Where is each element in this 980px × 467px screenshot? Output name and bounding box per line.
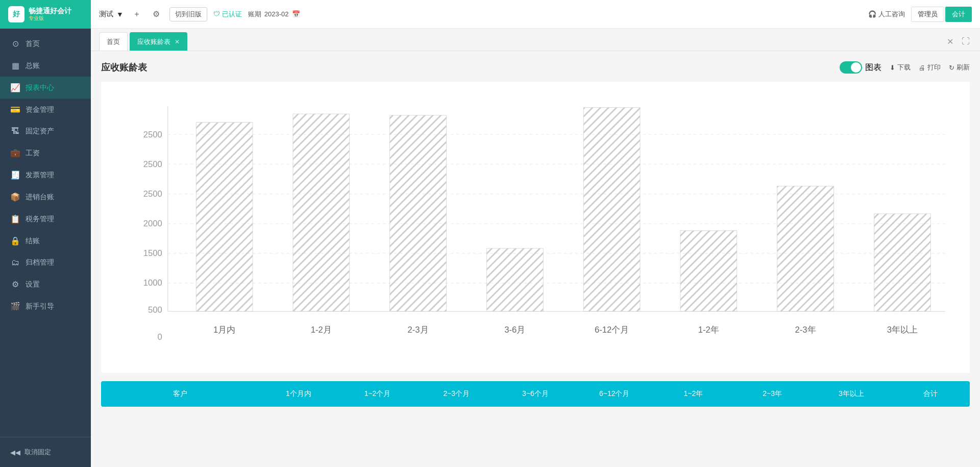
sidebar-item-settings[interactable]: ⚙ 设置 <box>0 273 91 295</box>
old-version-label: 切到旧版 <box>175 10 202 18</box>
page-body: 应收账龄表 图表 ⬇ 下载 🖨 打印 ↻ 刷新 <box>91 51 980 467</box>
table-header-7: 2~3年 <box>733 381 812 407</box>
sidebar-pin-button[interactable]: ◀◀ 取消固定 <box>0 442 91 462</box>
svg-text:2500: 2500 <box>143 159 162 169</box>
tabbar-right: ✕ ⛶ <box>945 32 972 51</box>
sidebar-item-archive[interactable]: 🗂 归档管理 <box>0 252 91 273</box>
invoice-icon: 🧾 <box>10 170 20 180</box>
table-header-9: 合计 <box>891 381 970 407</box>
sidebar-item-label-reports: 报表中心 <box>26 83 54 92</box>
sidebar-item-label-inventory: 进销台账 <box>26 193 54 202</box>
sidebar-item-label-ledger: 总账 <box>26 61 40 71</box>
bar-1-2年 <box>680 230 737 311</box>
toggle-knob <box>851 62 861 73</box>
tab-expand-button[interactable]: ⛶ <box>960 35 972 48</box>
table-header-3: 2~3个月 <box>417 381 496 407</box>
print-label: 打印 <box>927 63 941 72</box>
sidebar-logo: 好 畅捷通好会计 专业版 <box>0 0 91 29</box>
topbar-actions: + ⚙ <box>130 7 163 21</box>
consult-label: 人工咨询 <box>878 10 905 19</box>
sidebar-nav: ⊙ 首页 ▦ 总账 📈 报表中心 💳 资金管理 🏗 固定资产 💼 工资 🧾 发票… <box>0 29 91 321</box>
download-label: 下载 <box>897 63 911 72</box>
bar-1月内 <box>196 123 253 312</box>
chart-container: 2500 2500 2500 2000 1500 1000 500 0 1月内 <box>101 82 970 373</box>
svg-text:1-2年: 1-2年 <box>698 325 719 335</box>
sidebar-item-newbie[interactable]: 🎬 新手引导 <box>0 295 91 317</box>
tab-close-button[interactable]: ✕ <box>945 35 955 49</box>
refresh-button[interactable]: ↻ 刷新 <box>949 63 970 72</box>
company-arrow-icon: ▼ <box>116 10 124 18</box>
tab-close-icon[interactable]: ✕ <box>175 38 180 45</box>
table-header-8: 3年以上 <box>812 381 891 407</box>
period-value: 2023-02 <box>264 10 289 18</box>
svg-text:2-3年: 2-3年 <box>795 325 816 335</box>
inventory-icon: 📦 <box>10 192 20 202</box>
consult-button[interactable]: 🎧 人工咨询 <box>868 10 905 19</box>
download-button[interactable]: ⬇ 下载 <box>890 63 911 72</box>
svg-text:2500: 2500 <box>143 189 162 199</box>
manager-button[interactable]: 管理员 <box>911 7 944 22</box>
sidebar-item-inventory[interactable]: 📦 进销台账 <box>0 186 91 208</box>
settings-icon: ⚙ <box>10 279 20 289</box>
print-button[interactable]: 🖨 打印 <box>919 63 941 72</box>
svg-text:3-6月: 3-6月 <box>504 325 525 335</box>
chart-toggle[interactable] <box>840 61 862 74</box>
tab-ar-aging-label: 应收账龄表 <box>137 37 170 46</box>
sidebar-item-funds[interactable]: 💳 资金管理 <box>0 99 91 121</box>
sidebar-item-label-settings: 设置 <box>26 280 40 289</box>
svg-text:1月内: 1月内 <box>213 325 235 335</box>
logo-text-block: 畅捷通好会计 专业版 <box>29 7 71 22</box>
logo-icon: 好 <box>8 6 24 22</box>
bar-3-6月 <box>486 248 543 311</box>
bar-3年以上 <box>874 214 930 311</box>
certified-label: 已认证 <box>222 10 242 19</box>
sidebar-item-reports[interactable]: 📈 报表中心 <box>0 77 91 99</box>
sidebar-item-assets[interactable]: 🏗 固定资产 <box>0 121 91 142</box>
svg-text:2500: 2500 <box>143 130 162 139</box>
accountant-button[interactable]: 会计 <box>945 7 972 22</box>
logo-badge: 专业版 <box>29 15 71 22</box>
chart-toggle-label: 图表 <box>865 62 881 73</box>
bar-chart: 2500 2500 2500 2000 1500 1000 500 0 1月内 <box>111 92 960 361</box>
sidebar-item-label-archive: 归档管理 <box>26 258 54 267</box>
settings-button[interactable]: ⚙ <box>149 7 163 21</box>
add-button[interactable]: + <box>130 7 144 21</box>
certified-badge: 🛡 已认证 <box>213 10 242 19</box>
svg-text:3年以上: 3年以上 <box>887 325 918 335</box>
tax-icon: 📋 <box>10 214 20 224</box>
svg-text:1000: 1000 <box>143 278 162 288</box>
pin-icon: ◀◀ <box>10 449 20 456</box>
sidebar-item-label-closing: 结账 <box>26 237 40 246</box>
ledger-icon: ▦ <box>10 61 20 71</box>
sidebar-item-home[interactable]: ⊙ 首页 <box>0 33 91 55</box>
sidebar: 好 畅捷通好会计 专业版 ⊙ 首页 ▦ 总账 📈 报表中心 💳 资金管理 🏗 固… <box>0 0 91 467</box>
newbie-icon: 🎬 <box>10 301 20 311</box>
tab-home[interactable]: 首页 <box>99 32 128 51</box>
sidebar-item-ledger[interactable]: ▦ 总账 <box>0 55 91 77</box>
sidebar-item-label-home: 首页 <box>26 39 40 49</box>
refresh-label: 刷新 <box>957 63 970 72</box>
assets-icon: 🏗 <box>10 127 20 136</box>
table-header-4: 3~6个月 <box>496 381 575 407</box>
table-header-5: 6~12个月 <box>575 381 654 407</box>
download-icon: ⬇ <box>890 64 895 72</box>
sidebar-item-invoice[interactable]: 🧾 发票管理 <box>0 164 91 186</box>
sidebar-item-payroll[interactable]: 💼 工资 <box>0 142 91 164</box>
payroll-icon: 💼 <box>10 148 20 158</box>
svg-text:500: 500 <box>148 305 162 315</box>
logo-name: 畅捷通好会计 <box>29 7 71 15</box>
old-version-button[interactable]: 切到旧版 <box>169 7 207 21</box>
calendar-icon: 📅 <box>292 10 300 18</box>
svg-text:6-12个月: 6-12个月 <box>595 325 629 335</box>
table-header-2: 1~2个月 <box>338 381 417 407</box>
table-header: 客户1个月内1~2个月2~3个月3~6个月6~12个月1~2年2~3年3年以上合… <box>101 381 970 407</box>
tab-ar-aging[interactable]: 应收账龄表 ✕ <box>130 32 187 51</box>
sidebar-item-tax[interactable]: 📋 税务管理 <box>0 208 91 230</box>
reports-icon: 📈 <box>10 83 20 92</box>
sidebar-item-label-newbie: 新手引导 <box>26 302 54 311</box>
sidebar-item-closing[interactable]: 🔒 结账 <box>0 230 91 252</box>
svg-text:2-3月: 2-3月 <box>408 325 429 335</box>
svg-text:0: 0 <box>157 332 162 342</box>
tab-home-label: 首页 <box>107 37 120 46</box>
company-selector[interactable]: 测试 ▼ <box>99 10 124 19</box>
